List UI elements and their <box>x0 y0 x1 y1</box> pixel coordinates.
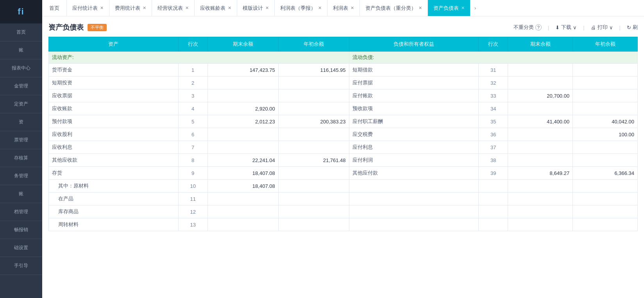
left-end-balance[interactable] <box>208 141 278 154</box>
sidebar-item-finance[interactable]: 金管理 <box>0 77 42 95</box>
right-begin-balance[interactable] <box>573 180 638 193</box>
left-item[interactable]: 其中：原材料 <box>49 180 179 193</box>
right-item[interactable]: 应付利息 <box>349 141 479 154</box>
right-begin-balance[interactable]: 100.00 <box>573 128 638 141</box>
right-item[interactable] <box>349 205 479 218</box>
left-item[interactable]: 应收股利 <box>49 128 179 141</box>
left-end-balance[interactable]: 2,012.23 <box>208 115 278 128</box>
right-end-balance[interactable] <box>508 193 573 205</box>
right-end-balance[interactable] <box>508 218 573 231</box>
right-begin-balance[interactable] <box>573 77 638 89</box>
left-item[interactable]: 周转材料 <box>49 218 179 231</box>
right-begin-balance[interactable] <box>573 218 638 231</box>
right-begin-balance[interactable] <box>573 89 638 102</box>
tab-close-template-design[interactable]: ✕ <box>265 5 269 11</box>
right-item[interactable]: 短期借款 <box>349 64 479 77</box>
sidebar-item-fixed-assets[interactable]: 定资产 <box>0 95 42 113</box>
tab-close-operations[interactable]: ✕ <box>185 5 189 11</box>
right-end-balance[interactable] <box>508 64 573 77</box>
tab-profit-quarterly[interactable]: 利润表（季报） ✕ <box>275 0 327 16</box>
left-begin-balance[interactable] <box>278 218 349 231</box>
left-end-balance[interactable] <box>208 77 278 89</box>
right-begin-balance[interactable] <box>573 205 638 218</box>
left-end-balance[interactable]: 22,241.04 <box>208 154 278 167</box>
tab-template-design[interactable]: 模版设计 ✕ <box>237 0 275 16</box>
tab-close-profit-quarterly[interactable]: ✕ <box>318 5 322 11</box>
tab-expense-stats[interactable]: 费用统计表 ✕ <box>109 0 152 16</box>
sidebar-item-service[interactable]: 务管理 <box>0 167 42 185</box>
right-item[interactable]: 其他应付款 <box>349 167 479 180</box>
sidebar-item-reports[interactable]: 报表中心 <box>0 59 42 77</box>
right-end-balance[interactable] <box>508 102 573 115</box>
download-button[interactable]: ⬇ 下载 ∨ <box>555 24 577 31</box>
right-item[interactable] <box>349 193 479 205</box>
left-begin-balance[interactable] <box>278 77 349 89</box>
print-button[interactable]: 🖨 打印 ∨ <box>591 24 613 31</box>
tab-home[interactable]: 首页 <box>42 0 67 16</box>
tab-operations[interactable]: 经营状况表 ✕ <box>152 0 195 16</box>
left-item[interactable]: 预付款项 <box>49 115 179 128</box>
left-end-balance[interactable]: 18,407.08 <box>208 167 278 180</box>
tab-close-expense-stats[interactable]: ✕ <box>143 5 146 11</box>
left-begin-balance[interactable]: 200,383.23 <box>278 115 349 128</box>
left-item[interactable]: 应收账款 <box>49 102 179 115</box>
left-item[interactable]: 应收利息 <box>49 141 179 154</box>
right-begin-balance[interactable] <box>573 64 638 77</box>
left-item[interactable]: 在产品 <box>49 193 179 205</box>
left-begin-balance[interactable]: 116,145.95 <box>278 64 349 77</box>
right-item[interactable] <box>349 218 479 231</box>
refresh-button[interactable]: ↻ 刷 <box>627 24 638 31</box>
right-begin-balance[interactable] <box>573 193 638 205</box>
tab-close-balance[interactable]: ✕ <box>461 5 465 11</box>
right-item[interactable]: 预收款项 <box>349 102 479 115</box>
left-item[interactable]: 其他应收款 <box>49 154 179 167</box>
right-begin-balance[interactable] <box>573 154 638 167</box>
right-item[interactable]: 应付职工薪酬 <box>349 115 479 128</box>
sidebar-item-assets[interactable]: 资 <box>0 113 42 131</box>
sidebar-item-guide[interactable]: 手引导 <box>0 257 42 275</box>
sidebar-item-account[interactable]: 账 <box>0 41 42 59</box>
tab-close-balance-reclassified[interactable]: ✕ <box>419 5 422 11</box>
right-end-balance[interactable] <box>508 141 573 154</box>
right-end-balance[interactable] <box>508 205 573 218</box>
tab-ar-aging[interactable]: 应收账龄表 ✕ <box>195 0 237 16</box>
left-end-balance[interactable] <box>208 193 278 205</box>
left-end-balance[interactable] <box>208 218 278 231</box>
right-begin-balance[interactable]: 40,042.00 <box>573 115 638 128</box>
right-item[interactable]: 应付票据 <box>349 77 479 89</box>
tab-balance-reclassified[interactable]: 资产负债表（重分类） ✕ <box>360 0 428 16</box>
sidebar-item-home[interactable]: 首页 <box>0 23 42 41</box>
left-item[interactable]: 应收票据 <box>49 89 179 102</box>
right-begin-balance[interactable] <box>573 141 638 154</box>
left-begin-balance[interactable] <box>278 89 349 102</box>
left-end-balance[interactable]: 18,407.08 <box>208 180 278 193</box>
help-icon[interactable]: ? <box>535 24 542 30</box>
tab-arrow[interactable]: › <box>470 0 480 16</box>
left-item[interactable]: 库存商品 <box>49 205 179 218</box>
left-end-balance[interactable] <box>208 89 278 102</box>
left-item[interactable]: 短期投资 <box>49 77 179 89</box>
sidebar-item-tickets[interactable]: 票管理 <box>0 131 42 149</box>
sidebar-item-ledger[interactable]: 账 <box>0 185 42 203</box>
left-begin-balance[interactable] <box>278 180 349 193</box>
left-begin-balance[interactable] <box>278 193 349 205</box>
tab-close-ar-aging[interactable]: ✕ <box>228 5 231 11</box>
sidebar-item-reimbursement[interactable]: 畅报销 <box>0 221 42 239</box>
right-end-balance[interactable]: 20,700.00 <box>508 89 573 102</box>
left-begin-balance[interactable] <box>278 205 349 218</box>
sidebar-item-inventory[interactable]: 存核算 <box>0 149 42 167</box>
tab-close-ap-stats[interactable]: ✕ <box>100 5 104 11</box>
right-end-balance[interactable] <box>508 180 573 193</box>
left-item[interactable]: 存货 <box>49 167 179 180</box>
right-end-balance[interactable]: 41,400.00 <box>508 115 573 128</box>
right-end-balance[interactable] <box>508 154 573 167</box>
left-begin-balance[interactable]: 21,761.48 <box>278 154 349 167</box>
right-end-balance[interactable]: 8,649.27 <box>508 167 573 180</box>
left-end-balance[interactable]: 2,920.00 <box>208 102 278 115</box>
right-item[interactable] <box>349 180 479 193</box>
right-begin-balance[interactable] <box>573 102 638 115</box>
tab-close-profit[interactable]: ✕ <box>351 5 354 11</box>
left-end-balance[interactable] <box>208 205 278 218</box>
right-item[interactable]: 应交税费 <box>349 128 479 141</box>
right-item[interactable]: 应付账款 <box>349 89 479 102</box>
